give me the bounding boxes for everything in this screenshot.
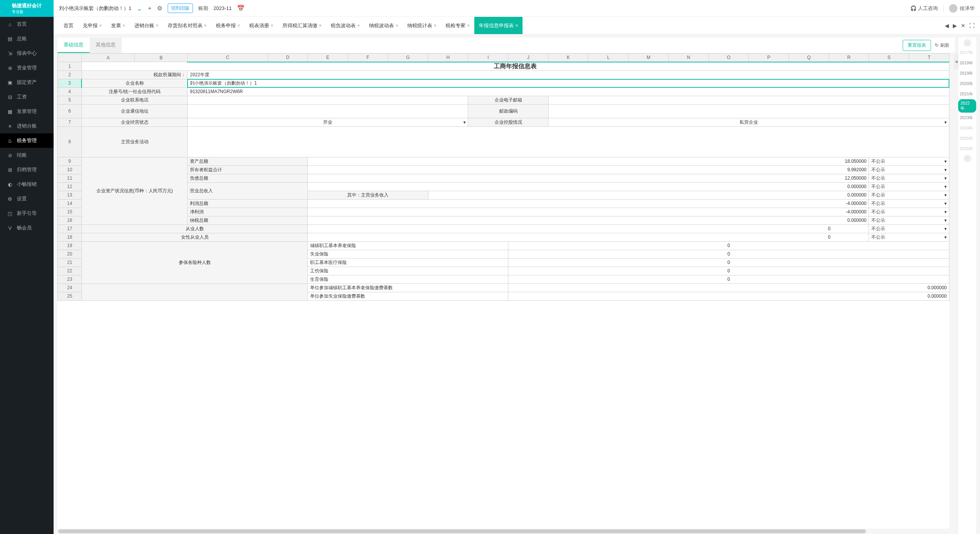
nav-item-11[interactable]: ◐小畅报销	[0, 177, 54, 192]
row-4[interactable]: 4	[58, 87, 82, 96]
year-2025年[interactable]: 2025年	[958, 133, 976, 144]
year-2023年[interactable]: 2023年	[958, 113, 976, 123]
row-9[interactable]: 9	[58, 157, 82, 165]
tab-6[interactable]: 税表清册×	[245, 22, 278, 29]
year-2017年[interactable]: 2017年	[958, 48, 976, 58]
year-2018年[interactable]: 2018年	[958, 58, 976, 68]
corner-cell[interactable]	[58, 54, 82, 62]
row-2[interactable]: 2	[58, 70, 82, 79]
period-value[interactable]: 2023-11	[214, 5, 232, 11]
year-2022年[interactable]: 2022年	[958, 99, 976, 113]
period-value[interactable]: 2022年度	[188, 70, 949, 79]
email-value[interactable]	[548, 96, 949, 104]
row-13[interactable]: 13	[58, 191, 82, 199]
status-value[interactable]: 开业▼	[188, 118, 468, 126]
nav-item-7[interactable]: ≡进销台账	[0, 119, 54, 133]
col-D[interactable]: D	[268, 54, 308, 62]
tab-10[interactable]: 纳税统计表×	[403, 22, 441, 29]
row-24[interactable]: 24	[58, 283, 82, 292]
row-5[interactable]: 5	[58, 96, 82, 104]
tab-9[interactable]: 纳税波动表×	[364, 22, 403, 29]
holding-value[interactable]: 私营企业▼	[548, 118, 949, 126]
col-N[interactable]: N	[668, 54, 709, 62]
reset-report-button[interactable]: 重置报表	[903, 40, 931, 51]
col-P[interactable]: P	[749, 54, 789, 62]
tab-8[interactable]: 税负波动表×	[326, 22, 364, 29]
tab-3[interactable]: 进销台账×	[130, 22, 163, 29]
row-17[interactable]: 17	[58, 224, 82, 233]
row-18[interactable]: 18	[58, 233, 82, 241]
close-icon[interactable]: ×	[271, 23, 273, 28]
row-7[interactable]: 7	[58, 118, 82, 126]
row-21[interactable]: 21	[58, 258, 82, 267]
col-R[interactable]: R	[829, 54, 869, 62]
nav-item-4[interactable]: ▣固定资产	[0, 75, 54, 90]
company-value[interactable]: 刘小艳演示账套（勿删勿动！）1	[188, 79, 949, 87]
horizontal-scrollbar[interactable]	[57, 529, 955, 534]
tab-12[interactable]: 年报信息申报表×	[474, 17, 523, 34]
disclose-dropdown[interactable]: 不公示▼	[869, 208, 949, 216]
disclose-dropdown[interactable]: 不公示▼	[869, 165, 949, 174]
col-F[interactable]: F	[348, 54, 388, 62]
tab-7[interactable]: 所得税汇算清缴×	[278, 22, 326, 29]
switch-old-button[interactable]: 切到旧版	[168, 3, 193, 13]
tab-1[interactable]: 兑申报×	[78, 22, 106, 29]
consult-button[interactable]: 🎧 人工咨询	[910, 5, 938, 12]
postal-value[interactable]	[548, 104, 949, 118]
reg-value[interactable]: 91320811MA7NGR2W6R	[188, 87, 949, 96]
tab-next-icon[interactable]: ▶	[953, 23, 957, 29]
tab-close-all-icon[interactable]: ✕	[961, 23, 965, 29]
year-2026年[interactable]: 2026年	[958, 144, 976, 154]
asset-row-value[interactable]: 18.050000	[308, 157, 869, 165]
account-dropdown-icon[interactable]: ⌄	[137, 4, 142, 13]
col-C[interactable]: C	[188, 54, 268, 62]
col-A[interactable]: A	[82, 54, 134, 62]
tab-0[interactable]: 首页	[59, 22, 78, 29]
close-icon[interactable]: ×	[395, 23, 398, 28]
year-2021年[interactable]: 2021年	[958, 89, 976, 99]
spreadsheet[interactable]: ABCDEFGHIJKLMNOPQRST1工商年报信息表2税款所属期间：2022…	[57, 53, 949, 529]
nav-item-8[interactable]: ♨税务管理	[0, 133, 54, 148]
close-icon[interactable]: ×	[99, 23, 102, 28]
disclose-dropdown[interactable]: 不公示▼	[869, 224, 949, 233]
subtab-basic[interactable]: 基础信息	[57, 38, 90, 53]
disclose-dropdown[interactable]: 不公示▼	[869, 174, 949, 182]
addr-value[interactable]	[188, 104, 468, 118]
row-25[interactable]: 25	[58, 292, 82, 300]
col-B[interactable]: B	[135, 54, 188, 62]
row-14[interactable]: 14	[58, 199, 82, 208]
settings-icon[interactable]: ⚙	[157, 5, 162, 12]
disclose-dropdown[interactable]: 不公示▼	[869, 182, 949, 191]
disclose-dropdown[interactable]: 不公示▼	[869, 233, 949, 241]
col-Q[interactable]: Q	[789, 54, 829, 62]
close-icon[interactable]: ×	[515, 23, 518, 28]
row-12[interactable]: 12	[58, 182, 82, 191]
col-H[interactable]: H	[428, 54, 468, 62]
year-2020年[interactable]: 2020年	[958, 79, 976, 89]
row-10[interactable]: 10	[58, 165, 82, 174]
row-19[interactable]: 19	[58, 241, 82, 250]
main-biz-value[interactable]	[188, 126, 949, 157]
year-2024年[interactable]: 2024年	[958, 123, 976, 133]
subtab-other[interactable]: 其他信息	[90, 38, 122, 53]
collapse-year-panel-icon[interactable]: ◀	[954, 54, 959, 69]
row-8[interactable]: 8	[58, 126, 82, 157]
col-S[interactable]: S	[869, 54, 909, 62]
nav-item-10[interactable]: ⊞归档管理	[0, 162, 54, 177]
add-icon[interactable]: +	[148, 5, 151, 12]
disclose-dropdown[interactable]: 不公示▼	[869, 216, 949, 224]
fullscreen-icon[interactable]: ⛶	[969, 23, 975, 29]
close-icon[interactable]: ×	[357, 23, 360, 28]
nav-item-9[interactable]: ⊘结账	[0, 148, 54, 162]
nav-item-1[interactable]: ▤总账	[0, 31, 54, 46]
tab-prev-icon[interactable]: ◀	[945, 23, 949, 29]
row-11[interactable]: 11	[58, 174, 82, 182]
col-I[interactable]: I	[468, 54, 508, 62]
nav-item-13[interactable]: ◫新手引导	[0, 206, 54, 221]
close-icon[interactable]: ×	[122, 23, 125, 28]
col-K[interactable]: K	[548, 54, 588, 62]
disclose-dropdown[interactable]: 不公示▼	[869, 199, 949, 208]
row-23[interactable]: 23	[58, 275, 82, 283]
row-20[interactable]: 20	[58, 250, 82, 258]
account-name[interactable]: 刘小艳演示账套（勿删勿动！）1	[59, 5, 131, 12]
